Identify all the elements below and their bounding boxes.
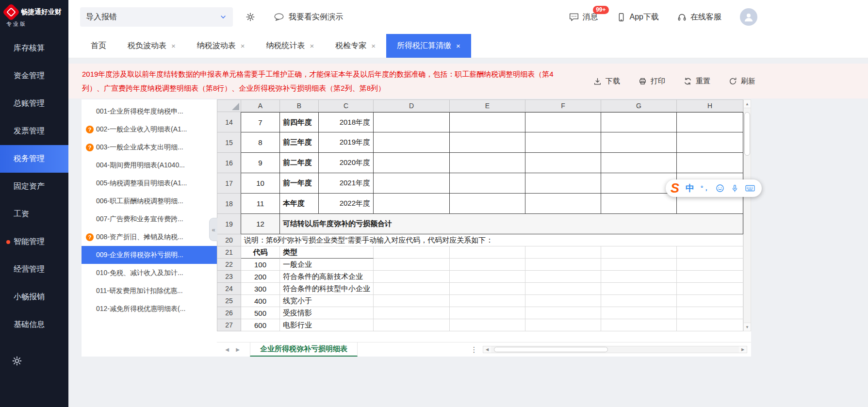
sheet-cell[interactable] — [450, 295, 525, 307]
sheet-cell[interactable]: 2022年度 — [319, 194, 374, 214]
emoji-icon[interactable] — [716, 184, 724, 193]
sheet-cell[interactable] — [677, 246, 743, 259]
vertical-scroll-track[interactable] — [744, 108, 751, 323]
sheet-cell[interactable] — [601, 295, 677, 307]
sheet-cell[interactable]: 符合条件的高新技术企业 — [280, 271, 374, 283]
sheet-cell[interactable] — [677, 295, 743, 307]
sheet-cell[interactable]: 可结转以后年度弥补的亏损额合计 — [280, 214, 743, 234]
sheet-cell[interactable] — [374, 271, 450, 283]
report-list-item-4[interactable]: 004-期间费用明细表(A1040... — [82, 156, 217, 174]
collapse-panel-handle[interactable]: « — [209, 218, 217, 241]
sheet-cell[interactable] — [601, 283, 677, 295]
sheet-cell[interactable]: 500 — [241, 307, 280, 319]
sidebar-item-1[interactable]: 库存核算 — [0, 34, 68, 62]
sheet-cell[interactable]: 代码 — [241, 246, 280, 259]
sheet-cell[interactable] — [677, 319, 743, 331]
column-header-E[interactable]: E — [450, 99, 525, 112]
row-header-24[interactable]: 24 — [217, 283, 241, 295]
refresh-button[interactable]: 刷新 — [729, 77, 755, 86]
sheet-cell[interactable]: 前四年度 — [280, 112, 319, 132]
sheet-cell[interactable] — [525, 271, 601, 283]
tab-6[interactable]: 所得税汇算清缴× — [386, 34, 471, 58]
help-icon[interactable]: ? — [86, 144, 94, 151]
sheet-cell[interactable] — [525, 246, 601, 259]
sheet-nav-left-icon[interactable]: ◀ — [222, 347, 232, 352]
column-header-B[interactable]: B — [280, 99, 319, 112]
keyboard-icon[interactable] — [745, 184, 755, 192]
sheet-cell[interactable] — [525, 319, 601, 331]
sheet-cell[interactable]: 9 — [241, 153, 280, 173]
horizontal-scroll-track[interactable] — [491, 346, 739, 353]
row-header-20[interactable]: 20 — [217, 234, 241, 246]
sidebar-item-2[interactable]: 资金管理 — [0, 62, 68, 90]
sidebar-item-10[interactable]: 小畅报销 — [0, 283, 68, 311]
sheet-cell[interactable] — [677, 132, 743, 153]
sheet-cell[interactable] — [374, 259, 450, 271]
sheet-cell[interactable] — [677, 153, 743, 173]
row-header-16[interactable]: 16 — [217, 153, 241, 173]
sheet-cell[interactable] — [601, 173, 677, 194]
demo-link[interactable]: 我要看实例演示 — [274, 12, 343, 22]
sheet-cell[interactable]: 2019年度 — [319, 132, 374, 153]
report-list-item-5[interactable]: 005-纳税调整项目明细表(A1... — [82, 174, 217, 192]
user-avatar[interactable] — [740, 8, 757, 26]
sheet-cell[interactable] — [601, 246, 677, 259]
microphone-icon[interactable] — [731, 184, 739, 193]
sheet-cell[interactable]: 电影行业 — [280, 319, 374, 331]
sheet-cell[interactable] — [450, 132, 525, 153]
sheet-cell[interactable] — [450, 246, 525, 259]
sheet-cell[interactable] — [525, 307, 601, 319]
sheet-cell[interactable] — [525, 194, 601, 214]
reset-button[interactable]: 重置 — [684, 77, 710, 86]
row-header-15[interactable]: 15 — [217, 132, 241, 153]
sheet-cell[interactable]: 说明：第6列“弥补亏损企业类型”需要手动输入对应代码，代码对应关系如下： — [241, 234, 743, 246]
sheet-cell[interactable]: 600 — [241, 319, 280, 331]
report-list-item-9[interactable]: 009-企业所得税弥补亏损明... — [82, 246, 217, 264]
sheet-cell[interactable]: 8 — [241, 132, 280, 153]
sidebar-item-6[interactable]: 固定资产 — [0, 173, 68, 200]
tab-2[interactable]: 税负波动表× — [117, 34, 186, 58]
sheet-cell[interactable] — [374, 283, 450, 295]
sheet-cell[interactable] — [374, 194, 450, 214]
sidebar-item-9[interactable]: 经营管理 — [0, 256, 68, 283]
report-list-item-1[interactable]: 001-企业所得税年度纳税申... — [82, 102, 217, 120]
tab-4[interactable]: 纳税统计表× — [256, 34, 325, 58]
report-list-item-3[interactable]: ?003-一般企业成本支出明细... — [82, 138, 217, 156]
messages-button[interactable]: 消息 99+ — [569, 12, 598, 22]
tab-3[interactable]: 纳税波动表× — [186, 34, 256, 58]
sidebar-item-4[interactable]: 发票管理 — [0, 117, 68, 145]
sheet-cell[interactable] — [374, 295, 450, 307]
sheet-cell[interactable] — [450, 319, 525, 331]
sheet-cell[interactable] — [601, 112, 677, 132]
online-service-button[interactable]: 在线客服 — [677, 12, 721, 22]
report-list-item-8[interactable]: ?008-资产折旧、摊销及纳税... — [82, 228, 217, 246]
sheet-cell[interactable]: 2018年度 — [319, 112, 374, 132]
sheet-cell[interactable]: 本年度 — [280, 194, 319, 214]
select-all-corner[interactable] — [217, 99, 241, 112]
sheet-cell[interactable]: 300 — [241, 283, 280, 295]
vertical-scroll-thumb[interactable] — [744, 112, 750, 156]
sheet-cell[interactable] — [450, 259, 525, 271]
ime-punctuation-toggle[interactable]: °， — [701, 184, 709, 193]
sheet-cell[interactable]: 400 — [241, 295, 280, 307]
sheet-cell[interactable] — [601, 307, 677, 319]
sheet-cell[interactable]: 100 — [241, 259, 280, 271]
column-header-H[interactable]: H — [677, 99, 743, 112]
sheet-cell[interactable]: 7 — [241, 112, 280, 132]
column-header-F[interactable]: F — [525, 99, 601, 112]
sheet-cell[interactable] — [374, 246, 450, 259]
sheet-cell[interactable]: 受疫情影 — [280, 307, 374, 319]
sheet-cell[interactable] — [677, 271, 743, 283]
sheet-cell[interactable] — [374, 132, 450, 153]
sheet-cell[interactable]: 类型 — [280, 246, 374, 259]
column-header-D[interactable]: D — [374, 99, 450, 112]
sheet-cell[interactable] — [677, 307, 743, 319]
sheet-cell[interactable] — [601, 271, 677, 283]
horizontal-scroll-thumb[interactable] — [494, 347, 608, 352]
sheet-cell[interactable] — [374, 112, 450, 132]
report-list-item-10[interactable]: 010-免税、减计收入及加计... — [82, 264, 217, 282]
sheet-cell[interactable] — [450, 153, 525, 173]
app-download-button[interactable]: App下载 — [617, 12, 659, 22]
download-button[interactable]: 下载 — [593, 77, 620, 86]
sheet-cell[interactable] — [525, 153, 601, 173]
